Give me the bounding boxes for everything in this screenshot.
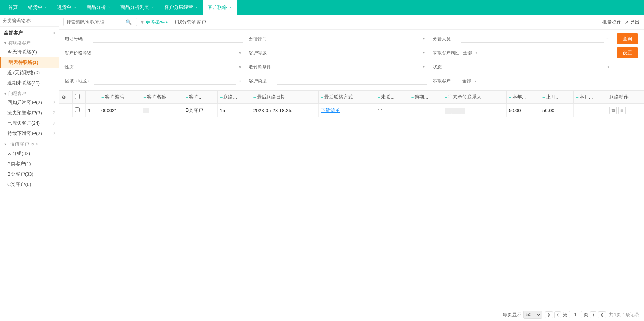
nav-product-list[interactable]: 商品分析列表 × <box>115 0 159 15</box>
sidebar-item-declining[interactable]: 持续下滑客户(2)? <box>0 128 59 139</box>
cell-index: 1 <box>86 104 99 117</box>
filter-customer-type-label: 客户类型 <box>249 78 275 84</box>
sidebar-item-tomorrow[interactable]: 明天待联络(1) <box>0 57 59 68</box>
col-customer-code[interactable]: ≡客户编码 <box>99 91 141 104</box>
filter-nature-select[interactable]: ∨ <box>93 63 243 70</box>
col-overdue[interactable]: ≡逾期... <box>409 91 442 104</box>
filter-phone-input[interactable] <box>93 35 243 43</box>
select-all-checkbox[interactable] <box>75 94 80 99</box>
sidebar-item-churn-warning[interactable]: 流失预警客户(3)? <box>0 108 59 118</box>
sidebar-collapse-icon[interactable]: « <box>52 30 55 35</box>
my-customers-checkbox[interactable]: 我分管的客户 <box>171 19 206 25</box>
col-last-contact-date[interactable]: ≡最后联络日期 <box>251 91 318 104</box>
batch-checkbox[interactable] <box>596 20 601 24</box>
next-page-btn[interactable]: ⟩ <box>590 311 596 318</box>
action-icon-grid[interactable]: ⊞ <box>618 107 626 114</box>
batch-operations-btn[interactable]: 批量操作 <box>596 19 622 25</box>
filter-search-icon[interactable]: 🔍 <box>126 19 132 25</box>
nav-customer-contact[interactable]: 客户联络 × <box>203 0 237 15</box>
sidebar-item-class-a[interactable]: A类客户(1) <box>0 159 59 169</box>
col-unit-contact[interactable]: ≡往来单位联系人 <box>442 91 506 104</box>
cell-last-method[interactable]: 下销货单 <box>318 104 375 117</box>
advanced-filter-panel: 电话号码 分管部门 ∨ 分管人员 <box>59 30 644 90</box>
sidebar-item-churned[interactable]: 已流失客户(24)? <box>0 118 59 128</box>
col-last-month[interactable]: ≡上月... <box>540 91 574 104</box>
row-checkbox[interactable] <box>75 107 80 112</box>
col-last-contact-method[interactable]: ≡最后联络方式 <box>318 91 375 104</box>
group-problem-customers[interactable]: 问题客户 <box>0 88 59 97</box>
my-customers-check[interactable] <box>171 20 176 24</box>
nav-customer-tier[interactable]: 客户分层经营 × <box>159 0 203 15</box>
col-checkbox[interactable] <box>73 91 86 104</box>
col-gear[interactable]: ⚙ <box>59 91 73 104</box>
gear-icon[interactable]: ⚙ <box>62 94 66 100</box>
sidebar-item-repurchase-anomaly[interactable]: 回购异常客户(2)? <box>0 97 59 108</box>
prev-page-btn[interactable]: ⟨ <box>554 311 561 318</box>
nav-product-analysis[interactable]: 商品分析 × <box>81 0 115 15</box>
filter-manager-input[interactable] <box>461 35 604 43</box>
col-this-year[interactable]: ≡本年... <box>507 91 540 104</box>
col-this-month[interactable]: ≡本月... <box>574 91 607 104</box>
cell-name[interactable]: Ea <box>141 104 183 117</box>
close-icon[interactable]: × <box>195 5 197 10</box>
filter-retail-customer: 零散客户 全部 ∨ <box>433 77 611 84</box>
action-icon-phone[interactable]: ☎ <box>609 107 617 114</box>
col-uncontacted[interactable]: ≡未联... <box>375 91 409 104</box>
filter-search-box[interactable]: 🔍 <box>63 18 137 26</box>
all-customers-label[interactable]: 全部客户 « <box>0 27 59 38</box>
filter-status-select[interactable]: ∨ <box>461 63 611 70</box>
filter-payment: 收付款条件 ∨ <box>249 63 427 70</box>
cell-checkbox[interactable] <box>73 104 86 117</box>
filter-retail-attr-select[interactable]: ∨ <box>473 49 496 56</box>
last-page-btn[interactable]: ⟩⟩ <box>598 311 606 318</box>
col-customer-type[interactable]: ≡客户... <box>183 91 217 104</box>
sidebar-item-overdue[interactable]: 逾期未联络(30) <box>0 78 59 88</box>
cell-uncontacted: 14 <box>375 104 409 117</box>
nav-home[interactable]: 首页 <box>3 0 23 15</box>
sidebar-item-7days[interactable]: 近7天待联络(0) <box>0 68 59 78</box>
filter-bar-right: 批量操作 ↗ 导出 <box>596 19 640 25</box>
close-icon[interactable]: × <box>45 5 47 10</box>
filter-price-level-select[interactable]: ∨ <box>94 49 243 56</box>
group-value-customers[interactable]: 价值客户 ↺ ✎ <box>0 139 59 148</box>
filter-customer-level-select[interactable]: ∨ <box>277 49 427 56</box>
query-button[interactable]: 查询 <box>617 33 638 44</box>
close-icon[interactable]: × <box>74 5 76 10</box>
refresh-icon[interactable]: ↺ <box>31 142 34 147</box>
sidebar-search-box[interactable]: 🔍 <box>0 15 59 27</box>
filter-customer-type-input[interactable] <box>277 77 427 85</box>
export-btn[interactable]: ↗ 导出 <box>624 19 640 25</box>
filter-region: 区域（地区） ··· <box>65 77 243 85</box>
sidebar-item-today[interactable]: 今天待联络(0) <box>0 47 59 57</box>
close-icon[interactable]: × <box>108 5 110 10</box>
sort-icon: ≡ <box>542 94 545 100</box>
edit-icon[interactable]: ✎ <box>35 142 39 147</box>
first-page-btn[interactable]: ⟨⟨ <box>545 311 553 318</box>
nav-sales[interactable]: 销货单 × <box>23 0 52 15</box>
table-row: 1 000021 Ea B类客户 15 2023-05-23 18:25: 下销… <box>59 104 644 117</box>
page-number-input[interactable] <box>569 311 582 318</box>
sidebar-search-input[interactable] <box>3 18 58 23</box>
set-button[interactable]: 设置 <box>617 47 638 58</box>
filter-search-input[interactable] <box>67 20 126 25</box>
close-icon[interactable]: × <box>229 5 231 10</box>
filter-region-input[interactable] <box>94 77 236 85</box>
group-pending-contact[interactable]: 待联络客户 <box>0 38 59 47</box>
content-area: 🔍 ▼ 更多条件 ∧ 我分管的客户 批量操作 ↗ 导出 <box>59 15 644 321</box>
close-icon[interactable]: × <box>151 5 154 10</box>
col-customer-name[interactable]: ≡客户名称 <box>141 91 183 104</box>
sidebar-item-class-c[interactable]: C类客户(6) <box>0 179 59 190</box>
page-size-select[interactable]: 50 100 200 <box>523 311 542 319</box>
sidebar-item-class-b[interactable]: B类客户(33) <box>0 169 59 179</box>
sort-icon: ≡ <box>445 94 448 100</box>
filter-retail-customer-select[interactable]: ∨ <box>473 77 495 84</box>
manager-dots-icon[interactable]: ··· <box>606 36 609 41</box>
filter-dept-select[interactable]: ∨ <box>277 35 427 42</box>
contact-method-link[interactable]: 下销货单 <box>321 107 340 113</box>
more-conditions-btn[interactable]: ▼ 更多条件 ∧ <box>140 19 168 25</box>
sidebar-item-ungrouped[interactable]: 未分组(32) <box>0 148 59 159</box>
filter-payment-select[interactable]: ∨ <box>277 63 427 70</box>
col-contact-count[interactable]: ≡联络... <box>217 91 251 104</box>
region-dots-icon[interactable]: ··· <box>238 78 241 83</box>
nav-purchase[interactable]: 进货单 × <box>52 0 81 15</box>
